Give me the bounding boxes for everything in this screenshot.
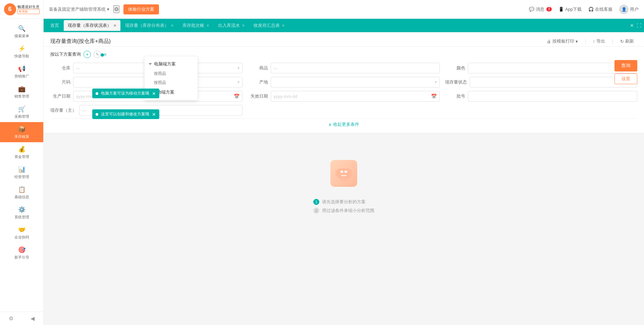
origin-chevron: ▾: [435, 80, 437, 85]
settings-filter-btn[interactable]: 设置: [614, 73, 637, 84]
tab-collect-summary[interactable]: 收发存汇总表 ✕: [250, 20, 289, 31]
sidebar-item-inventory[interactable]: 📦 库存核算: [0, 122, 43, 142]
filter-row-2: 尺码 ▾ 产地 ▾ 现存量状态: [50, 77, 637, 88]
header-settings-btn[interactable]: ⚙: [113, 5, 119, 13]
user-area[interactable]: 👤 用户: [619, 5, 639, 14]
filter-area: 按以下方案查询 + ✎ « 电脑方案可设为移动方案哦 ✕ 这里可以创建和修改方案…: [44, 47, 644, 133]
tab-in-out-flow[interactable]: 出入库流水 ✕: [214, 20, 249, 31]
enterprise-icon: 🤝: [18, 226, 25, 233]
print-dropdown-icon: ▾: [576, 39, 578, 44]
tab-in-out-flow-label: 出入库流水: [218, 22, 240, 29]
warehouse-dots: ···: [76, 66, 80, 71]
tab-close-all-btn[interactable]: ✕: [630, 23, 634, 28]
pc-tooltip-close[interactable]: ✕: [152, 91, 156, 96]
sidebar-item-guide[interactable]: 🎯 新手引导: [0, 243, 43, 263]
tab-bar-right: ✕ ⛶: [630, 23, 641, 28]
warehouse-chevron: ▾: [237, 66, 239, 70]
sidebar-item-search[interactable]: 🔍 搜索菜单: [0, 21, 43, 42]
sidebar-item-marketing[interactable]: 📢 营销推广: [0, 62, 43, 82]
finance-icon: 💰: [18, 146, 25, 153]
tab-batch-ledger[interactable]: 库存批次账 ✕: [178, 20, 213, 31]
sidebar-label-inventory: 库存核算: [14, 134, 29, 139]
sidebar-item-enterprise[interactable]: 🤝 企业协同: [0, 223, 43, 243]
app-download-btn[interactable]: 📱 App下载: [558, 6, 582, 12]
tab-fullscreen-btn[interactable]: ⛶: [637, 23, 641, 28]
system-selector[interactable]: 装备及固定资产辅助管理系统 ▾: [49, 6, 109, 12]
system-dropdown-icon: ▾: [107, 7, 109, 12]
scheme-child-1[interactable]: 按照品: [145, 69, 198, 78]
origin-select[interactable]: ▾: [271, 77, 440, 88]
expiry-date-input[interactable]: yyyy-mm-dd 📅: [271, 91, 440, 102]
logo-text-area: 畅通道好生意 标准版: [17, 4, 40, 14]
tab-inventory-dist-close[interactable]: ✕: [171, 23, 174, 28]
color-select[interactable]: ▾: [468, 63, 637, 73]
collapse-filter-btn[interactable]: ∧ 收起更多条件: [50, 118, 637, 130]
sidebar-item-quick-nav[interactable]: ⚡ 快捷导航: [0, 42, 43, 62]
header-right: 💬 消息 9 📱 App下载 🎧 在线客服 👤 用户: [529, 5, 639, 14]
tab-collect-summary-close[interactable]: ✕: [282, 23, 285, 28]
basic-icon: 📋: [18, 186, 25, 193]
export-btn[interactable]: ↑ 导出: [590, 36, 609, 46]
svg-rect-1: [340, 171, 343, 173]
stock-status-label: 现存量状态: [445, 79, 467, 85]
tab-inventory-dist[interactable]: 现存量（库存分布表） ✕: [121, 20, 178, 31]
header-left: 装备及固定资产辅助管理系统 ▾ ⚙ 体验行业方案: [49, 4, 159, 14]
filter-header: 按以下方案查询 + ✎ «: [50, 51, 637, 58]
operations-icon: 📊: [18, 166, 25, 173]
step1-num: 1: [313, 199, 319, 205]
size-label: 尺码: [50, 79, 70, 85]
prod-date-calendar-icon[interactable]: 📅: [234, 94, 239, 99]
logo-line1: 畅通道好生意: [17, 4, 40, 9]
product-select[interactable]: ···: [271, 63, 440, 73]
scheme-arrow-btn[interactable]: «: [104, 51, 107, 57]
print-btn[interactable]: 🖨 按模板打印 ▾: [543, 36, 581, 46]
experience-btn[interactable]: 体验行业方案: [123, 4, 159, 14]
collapse-sidebar-btn[interactable]: ◀: [31, 315, 35, 322]
edit-scheme-btn[interactable]: ✎: [94, 51, 101, 58]
collapse-icon: ∧: [328, 122, 332, 127]
sidebar-item-operations[interactable]: 📊 经营管理: [0, 162, 43, 182]
sidebar-item-finance[interactable]: 💰 资金管理: [0, 142, 43, 162]
create-tooltip-close[interactable]: ✕: [152, 112, 156, 117]
sidebar-item-basic[interactable]: 📋 基础信息: [0, 182, 43, 203]
scheme-child-2[interactable]: 按照品: [145, 78, 198, 87]
system-name: 装备及固定资产辅助管理系统: [49, 6, 106, 12]
tab-home[interactable]: 首页: [46, 20, 63, 31]
logo-area: 6 畅通道好生意 标准版: [0, 0, 43, 19]
batch-input[interactable]: [468, 91, 637, 102]
tab-inventory-status-close[interactable]: ✕: [113, 23, 116, 28]
empty-texts: 1 请先选择要分析的方案 2 用过滤条件来缩小分析范围: [313, 199, 374, 216]
tab-inventory-status[interactable]: 现存量（库存状况表） ✕: [64, 20, 120, 31]
scheme-child-1-label: 按照品: [154, 71, 166, 76]
query-btn[interactable]: 查询: [614, 60, 637, 71]
filter-expiry-date: 失效日期 yyyy-mm-dd 📅: [248, 91, 440, 102]
sidebar-item-sales[interactable]: 💼 销售管理: [0, 82, 43, 102]
step1-text: 请先选择要分析的方案: [322, 199, 366, 205]
action-divider-1: [585, 39, 586, 44]
sidebar-label-quick-nav: 快捷导航: [14, 54, 29, 59]
sidebar-label-search: 搜索菜单: [14, 34, 29, 39]
refresh-btn[interactable]: ↻ 刷新: [617, 36, 637, 46]
notification-count: 9: [546, 7, 552, 11]
export-icon: ↑: [593, 39, 595, 44]
pc-scheme-group[interactable]: 电脑端方案: [145, 59, 198, 69]
online-support-btn[interactable]: 🎧 在线客服: [588, 6, 612, 12]
tab-in-out-flow-close[interactable]: ✕: [242, 23, 245, 28]
phone-icon: 📱: [558, 7, 564, 12]
sidebar-item-system[interactable]: ⚙️ 系统管理: [0, 203, 43, 223]
notification-btn[interactable]: 💬 消息 9: [529, 6, 552, 12]
sidebar-label-guide: 新手引导: [14, 255, 29, 260]
stock-status-select[interactable]: ▾: [470, 77, 637, 88]
online-support-label: 在线客服: [595, 6, 612, 12]
settings-bottom-btn[interactable]: ⚙: [9, 315, 13, 322]
expiry-date-calendar-icon[interactable]: 📅: [431, 94, 437, 99]
tab-inventory-status-label: 现存量（库存状况表）: [68, 22, 111, 29]
add-scheme-btn[interactable]: +: [84, 51, 91, 58]
sidebar-label-purchase: 采购管理: [14, 114, 29, 119]
svg-rect-5: [350, 170, 352, 176]
tab-batch-ledger-close[interactable]: ✕: [206, 23, 209, 28]
inventory-icon: 📦: [18, 125, 25, 133]
size-chevron: ▾: [237, 80, 239, 85]
sidebar-item-purchase[interactable]: 🛒 采购管理: [0, 102, 43, 122]
filter-color: 颜色 ▾: [445, 63, 637, 73]
